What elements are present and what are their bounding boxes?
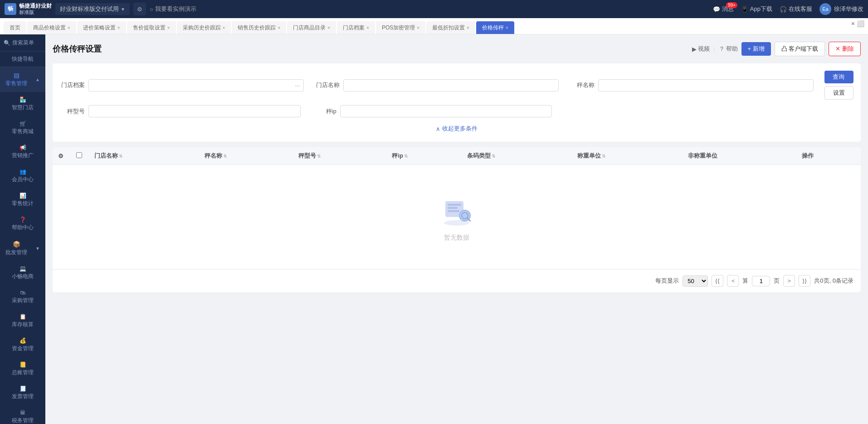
video-link[interactable]: ▶ 视频 (692, 45, 710, 53)
app-name: 畅捷通好业财 标准版 (19, 3, 52, 15)
filter-scale-name: 秤名称 (570, 79, 814, 92)
logo-icon: 畅 (5, 3, 16, 15)
ellipsis-icon[interactable]: ··· (295, 82, 300, 89)
sidebar-quick-nav[interactable]: 快捷导航 (0, 52, 45, 67)
tab-sale-price[interactable]: 售价提取设置 × (127, 21, 176, 34)
sidebar-item-xc-ecommerce[interactable]: 💻 小畅电商 (0, 261, 45, 285)
empty-text: 暂无数据 (444, 234, 469, 242)
select-all-checkbox[interactable] (76, 152, 82, 158)
col-scale-ip: 秤ip⇅ (386, 147, 462, 165)
sidebar-item-retail-stats[interactable]: 📊 零售统计 (0, 188, 45, 212)
filter-row-1: 门店档案 ··· 门店名称 秤名称 (60, 71, 853, 100)
demo-button[interactable]: ○ 我要看实例演示 (150, 5, 196, 13)
close-icon[interactable]: × (417, 25, 419, 30)
close-icon[interactable]: × (366, 25, 369, 30)
tab-store-catalog[interactable]: 门店商品目录 × (287, 21, 336, 34)
filter-side-buttons: 查询 设置 (824, 71, 853, 100)
tab-price-scale[interactable]: 价格传秤 × (476, 21, 514, 34)
sort-icon[interactable]: ⇅ (317, 154, 321, 159)
per-page-select[interactable]: 50 10 20 100 (683, 275, 708, 287)
video-icon: ▶ (692, 46, 697, 53)
app-download-action[interactable]: 📱 App下载 (741, 5, 772, 13)
close-icon[interactable]: × (327, 25, 330, 30)
top-header: 畅 畅捷通好业财 标准版 好业财标准版交付试用 ▼ ⚙ ○ 我要看实例演示 💬 … (0, 0, 868, 18)
tab-min-discount[interactable]: 最低折扣设置 × (426, 21, 475, 34)
sidebar-item-purchase[interactable]: 🛍 采购管理 (0, 285, 45, 309)
sidebar-item-inventory[interactable]: 📋 库存核算 (0, 309, 45, 333)
sidebar-item-invoice[interactable]: 🧾 发票管理 (0, 381, 45, 405)
sidebar-item-finance[interactable]: 💰 资金管理 (0, 333, 45, 357)
close-icon[interactable]: × (506, 25, 508, 30)
last-page-button[interactable]: ⟩⟩ (799, 275, 810, 287)
table-settings-icon[interactable]: ⚙ (58, 153, 63, 159)
store-name-input[interactable] (343, 79, 559, 92)
scale-name-input[interactable] (598, 79, 814, 92)
box-icon: 📦 (13, 241, 20, 248)
add-button[interactable]: + 新增 (741, 42, 771, 56)
store-archive-input-wrapper[interactable]: ··· (88, 79, 304, 92)
tab-product-price[interactable]: 商品价格设置 × (27, 21, 76, 34)
header-right: 💬 消息 99+ 📱 App下载 🎧 在线客服 Ea 徐泽华修改 (713, 3, 863, 15)
store-archive-input[interactable] (93, 82, 295, 89)
empty-illustration (439, 192, 475, 228)
sidebar-item-member[interactable]: 👥 会员中心 (0, 164, 45, 188)
laptop-icon: 💻 (20, 265, 26, 272)
scale-model-input[interactable] (88, 105, 301, 117)
content-area: 价格传秤设置 ▶ 视频 | ？ 帮助 + 新增 凸 客户端下载 (45, 34, 868, 424)
prev-page-button[interactable]: ＜ (727, 275, 739, 287)
sidebar-item-marketing[interactable]: 📢 营销推广 (0, 140, 45, 164)
sort-icon[interactable]: ⇅ (602, 154, 605, 159)
col-store-name: 门店名称⇅ (89, 147, 199, 165)
sidebar-item-retail-mgmt[interactable]: ▤ 零售管理 ▲ (0, 67, 45, 92)
sort-icon[interactable]: ⇅ (223, 154, 227, 159)
help-link[interactable]: ？ 帮助 (719, 45, 738, 53)
svg-rect-4 (448, 210, 459, 212)
delete-button[interactable]: ✕ 删除 (829, 42, 861, 56)
pagination-bar: 每页显示 50 10 20 100 ⟨⟨ ＜ 算 页 ＞ ⟩⟩ 共0页, 0条记… (53, 269, 861, 292)
tab-close-current-icon[interactable]: × (851, 20, 855, 27)
filter-row-2: 秤型号 秤ip (60, 105, 853, 117)
data-table: ⚙ 门店名称⇅ 秤名称⇅ 秤型 (53, 147, 861, 269)
close-icon[interactable]: × (167, 25, 170, 30)
tab-purchase-history[interactable]: 采购历史价跟踪 × (177, 21, 231, 34)
close-icon[interactable]: × (117, 25, 120, 30)
sidebar-item-tax[interactable]: 🏛 税务管理 (0, 405, 45, 424)
tab-home-label: 首页 (10, 24, 20, 32)
online-service-action[interactable]: 🎧 在线客服 (780, 5, 812, 13)
col-scale-name: 秤名称⇅ (199, 147, 293, 165)
tab-pos-encrypt[interactable]: POS加密管理 × (376, 21, 425, 34)
first-page-button[interactable]: ⟨⟨ (712, 275, 723, 287)
tab-sales-history[interactable]: 销售历史价跟踪 × (232, 21, 286, 34)
page-number-input[interactable] (752, 276, 770, 286)
sidebar-item-retail-mall[interactable]: 🛒 零售商城 (0, 116, 45, 140)
close-icon[interactable]: × (467, 25, 469, 30)
close-icon[interactable]: × (68, 25, 70, 30)
message-action[interactable]: 💬 消息 99+ (713, 5, 734, 13)
scale-ip-input[interactable] (340, 105, 552, 117)
sidebar-item-general-ledger[interactable]: 📒 总账管理 (0, 357, 45, 381)
sort-icon[interactable]: ⇅ (404, 154, 408, 159)
close-icon[interactable]: × (278, 25, 280, 30)
user-action[interactable]: Ea 徐泽华修改 (819, 3, 863, 15)
sort-icon[interactable]: ⇅ (119, 154, 122, 159)
query-button[interactable]: 查询 (824, 71, 853, 83)
tab-home[interactable]: 首页 (4, 21, 26, 34)
next-page-button[interactable]: ＞ (783, 275, 795, 287)
tab-maximize-icon[interactable]: ⬜ (857, 20, 864, 27)
sort-icon[interactable]: ⇅ (492, 154, 495, 159)
tab-close-buttons: × ⬜ (848, 20, 868, 27)
version-dropdown[interactable]: 好业财标准版交付试用 ▼ (55, 3, 130, 15)
filter-store-name: 门店名称 (315, 79, 559, 92)
sidebar-item-smart-store[interactable]: 🏪 智慧门店 (0, 92, 45, 116)
close-icon[interactable]: × (223, 25, 225, 30)
collapse-button[interactable]: ∧ 收起更多条件 (60, 123, 853, 135)
tab-purchase-strategy[interactable]: 进价策略设置 × (77, 21, 126, 34)
logo-area: 畅 畅捷通好业财 标准版 (5, 3, 52, 15)
tab-store-profile[interactable]: 门店档案 × (337, 21, 375, 34)
sidebar-search[interactable]: 🔍 搜索菜单 (0, 34, 45, 52)
settings-icon[interactable]: ⚙ (133, 3, 146, 15)
download-button[interactable]: 凸 客户端下载 (775, 42, 825, 56)
sidebar-item-batch-mgmt[interactable]: 📦 批发管理 ▼ (0, 236, 45, 261)
settings-filter-button[interactable]: 设置 (824, 86, 853, 100)
sidebar-item-help[interactable]: ❓ 帮助中心 (0, 212, 45, 236)
